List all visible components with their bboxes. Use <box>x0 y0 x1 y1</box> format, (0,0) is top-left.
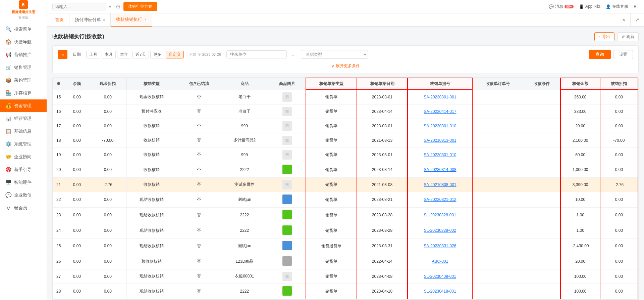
purchase-icon: 📦 <box>5 77 11 83</box>
table-row[interactable]: 27 0.00 0.00 现结收款核销 否 衣服00001 图 销货单 2023… <box>53 269 638 284</box>
td-write-off-type: 现结收款核销 <box>126 284 177 299</box>
td-product-img <box>268 162 306 177</box>
voucher-type-select[interactable]: 单据类型 <box>301 50 368 59</box>
sales-icon: 🛒 <box>5 65 11 71</box>
partner-input[interactable] <box>226 50 287 58</box>
topbar-dropdown-icon[interactable]: ▾ <box>109 3 111 10</box>
message-icon: 💬 <box>549 4 554 9</box>
settings-button[interactable]: 设置 <box>613 50 633 59</box>
td-writeoff-no[interactable]: SL-20230408-001 <box>408 269 472 284</box>
table-row[interactable]: 16 0.00 0.00 预付冲应收 否 老白干 图 销货单 2023-04-1… <box>53 104 638 119</box>
tab-expand-button[interactable]: ⤢ <box>631 13 644 27</box>
td-writeoff-no[interactable]: SA-20230321-012 <box>408 192 472 207</box>
table-row[interactable]: 17 0.00 0.00 收款核销 否 999 图 销货单 2023-03-01… <box>53 119 638 133</box>
td-writeoff-bill-type: 销货单 <box>306 207 357 223</box>
partner-more-icon[interactable]: ... <box>292 52 296 57</box>
sidebar-item-inventory[interactable]: 🏪 库存核算 <box>0 87 47 99</box>
td-writeoff-no[interactable]: SA-20230301-010 <box>408 147 472 162</box>
td-writeoff-no[interactable]: SA-20230301-010 <box>408 119 472 133</box>
td-cash-discount: 0.00 <box>89 238 126 254</box>
sidebar-item-hardware[interactable]: 🖥️ 智能硬件 <box>0 176 47 189</box>
sidebar-item-basic[interactable]: 📋 基础信息 <box>0 125 47 138</box>
sidebar-item-guide[interactable]: 🎯 新手引导 <box>0 163 47 176</box>
sidebar-item-business[interactable]: 📊 经营管理 <box>0 112 47 125</box>
date-btn-7days[interactable]: 近7天 <box>132 51 149 58</box>
td-product: 老白干 <box>221 104 268 119</box>
sidebar-item-purchase[interactable]: 📦 采购管理 <box>0 74 47 87</box>
date-btn-last-month[interactable]: 上月 <box>86 51 100 58</box>
sidebar-item-wechat[interactable]: 💬 企业微信 <box>0 189 47 202</box>
sidebar-item-finance[interactable]: 💰 资金管理 <box>0 99 47 112</box>
app-download-button[interactable]: 📱 App下载 <box>579 4 600 9</box>
sidebar-item-quicknav[interactable]: 🏠 快捷导航 <box>0 36 47 48</box>
td-writeoff-discount: 0.00 <box>600 147 638 162</box>
td-writeoff-date: 2023-03-01 <box>357 147 408 162</box>
date-btn-more[interactable]: 更多 <box>150 51 164 58</box>
sidebar-item-marketing[interactable]: 📢 营销推广 <box>0 48 47 61</box>
td-writeoff-no[interactable]: SA-20230314-008 <box>408 162 472 177</box>
sidebar-item-system[interactable]: ⚙️ 系统管理 <box>0 138 47 151</box>
table-row[interactable]: 26 0.00 0.00 预收款核销 否 123D商品 销货单 2022-04-… <box>53 254 638 269</box>
td-writeoff-amount: 1,000.00 <box>560 162 600 177</box>
date-buttons: 上月 本月 本年 近7天 更多 自定义 <box>86 51 184 58</box>
user-menu[interactable]: Rit <box>634 4 639 9</box>
system-icon: ⚙️ <box>5 141 11 147</box>
td-writeoff-no[interactable]: SA-20230414-017 <box>408 104 472 119</box>
tab-home[interactable]: 首页 <box>50 13 69 27</box>
th-settings[interactable]: ⚙ <box>53 78 65 90</box>
online-service-button[interactable]: 👤 在线客服 <box>606 4 628 9</box>
th-product-img: 商品图片 <box>268 78 306 90</box>
td-writeoff-no[interactable]: SA-20210808-001 <box>408 177 472 192</box>
td-writeoff-no[interactable]: SA-20210813-001 <box>408 133 472 147</box>
export-button[interactable]: ↑ 导出 <box>594 32 614 41</box>
td-writeoff-amount: 100.00 <box>560 269 600 284</box>
topbar-settings-icon[interactable]: ⚙ <box>115 3 121 10</box>
sidebar-item-search[interactable]: 🔍 搜索菜单 <box>0 23 47 36</box>
td-writeoff-no[interactable]: SA-20230331-026 <box>408 238 472 254</box>
table-row[interactable]: 19 0.00 0.00 收款核销 否 999 图 销货单 2023-03-01… <box>53 147 638 162</box>
td-include-settled: 否 <box>177 104 221 119</box>
sidebar-nav: 🔍 搜索菜单 🏠 快捷导航 📢 营销推广 🛒 销售管理 📦 采购管理 🏪 库存核… <box>0 20 47 300</box>
td-receipt-order-no <box>472 177 523 192</box>
td-writeoff-no[interactable]: SA-20230301-001 <box>408 90 472 104</box>
topbar: ▾ ⚙ 体验行业方案 💬 消息 99+ 📱 App下载 👤 在线客服 Rit <box>47 0 644 13</box>
date-btn-this-year[interactable]: 本年 <box>117 51 131 58</box>
tab-prepay[interactable]: 预付冲应付单 × <box>69 13 111 27</box>
date-btn-custom[interactable]: 自定义 <box>166 51 184 58</box>
sidebar-item-sales[interactable]: 🛒 销售管理 <box>0 61 47 74</box>
table-row[interactable]: 25 0.00 0.00 现结收款核销 否 测试jun 销货退货单 2023-0… <box>53 238 638 254</box>
table-row[interactable]: 24 0.00 0.00 现结收款核销 否 2222 销货单 2023-03-2… <box>53 223 638 238</box>
date-btn-this-month[interactable]: 本月 <box>102 51 116 58</box>
table-row[interactable]: 15 0.00 0.00 现金收款核销 否 老白干 图 销货单 2023-03-… <box>53 90 638 104</box>
expand-more-row[interactable]: ∨ 展开更多条件 <box>58 63 633 69</box>
td-writeoff-date: 2023-03-01 <box>357 90 408 104</box>
tab-receipt[interactable]: 收款核销执行 × <box>111 13 152 27</box>
message-button[interactable]: 💬 消息 99+ <box>549 4 574 9</box>
td-writeoff-no[interactable]: SL-20230418-001 <box>408 284 472 299</box>
table-row[interactable]: 23 0.00 0.00 现结收款核销 否 2222 销货单 2023-03-2… <box>53 207 638 223</box>
topbar-search-input[interactable] <box>52 3 106 10</box>
tab-receipt-close[interactable]: × <box>144 17 146 22</box>
table-row[interactable]: 22 0.00 0.00 现结收款核销 否 测试jun 销货单 2023-03-… <box>53 192 638 207</box>
tab-close-all-button[interactable]: × <box>617 13 631 27</box>
sidebar-item-enterprise[interactable]: 🤝 企业协同 <box>0 151 47 163</box>
query-button[interactable]: 查询 <box>589 50 611 59</box>
table-row[interactable]: 28 0.00 0.00 现结收款核销 否 2222 销货单 2023-04-1… <box>53 284 638 299</box>
sidebar-item-vip[interactable]: V 畅会员 <box>0 202 47 214</box>
td-writeoff-date: 2023-03-28 <box>357 207 408 223</box>
filter-expand-button[interactable]: » <box>58 50 67 59</box>
solution-button[interactable]: 体验行业方案 <box>123 2 157 11</box>
refresh-button[interactable]: ↺ 刷新 <box>617 32 639 41</box>
table-row[interactable]: 21 0.00 -2.76 收款核销 否 测试多属性 图 销货单 2021-08… <box>53 177 638 192</box>
td-receipt-condition <box>523 162 560 177</box>
td-writeoff-no[interactable]: SL-20230328-002 <box>408 223 472 238</box>
table-scroll[interactable]: ⚙ 余额 现金折扣 核销类型 包含已结清 商品 商品图片 核销单据类型 核销单据… <box>53 78 638 299</box>
td-writeoff-no[interactable]: SL-20230328-001 <box>408 207 472 223</box>
td-writeoff-no[interactable]: ABC-001 <box>408 254 472 269</box>
table-row[interactable]: 18 0.00 -70.00 收款核销 否 多计量商品2 图 销货单 2021-… <box>53 133 638 147</box>
td-receipt-condition <box>523 177 560 192</box>
table-row[interactable]: 20 0.00 0.00 收款核销 否 2222 销货单 2023-03-14 … <box>53 162 638 177</box>
tab-prepay-close[interactable]: × <box>103 18 105 22</box>
enterprise-icon: 🤝 <box>5 154 11 160</box>
td-writeoff-discount: 0.00 <box>600 90 638 104</box>
